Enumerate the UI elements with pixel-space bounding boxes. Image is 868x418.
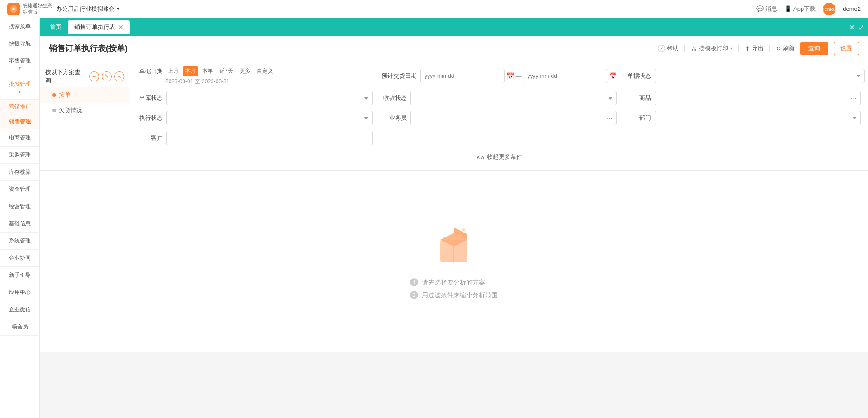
collapse-up-icon: ∧∧ xyxy=(476,154,485,161)
sidebar-item-operation[interactable]: 经营管理 xyxy=(0,198,39,215)
hint-num-2: 2 xyxy=(410,291,418,299)
main-filter-panel: 单据日期 上月 本月 本年 近7天 更多 自定义 xyxy=(130,61,868,170)
top-bar-left: 畅捷通好生意 标准版 办公用品行业模拟账套 ▾ xyxy=(7,3,120,15)
app-download-icon: 📱 xyxy=(784,5,792,12)
customer-input[interactable]: ··· xyxy=(166,131,373,145)
top-bar-right: 💬 消息 📱 App下载 demo2 demo2 xyxy=(756,3,861,15)
retail-toggle-icon: ▾ xyxy=(19,66,21,71)
sidebar-item-marketing[interactable]: 营销推广 xyxy=(0,100,39,114)
receipt-label: 收款状态 xyxy=(382,94,407,102)
exec-label: 执行状态 xyxy=(137,114,163,122)
sidebar-item-inventory[interactable]: 库存核算 xyxy=(0,164,39,181)
filter-exec: 执行状态 xyxy=(137,111,373,125)
filter-salesperson: 业务员 ··· xyxy=(382,111,617,125)
empty-state: 1 请先选择要分析的方案 2 用过滤条件来缩小分析范围 xyxy=(40,171,868,352)
customer-label: 客户 xyxy=(137,134,163,142)
sidebar-item-purchase[interactable]: 采购管理 xyxy=(0,147,39,164)
date-tab-more[interactable]: 更多 xyxy=(237,66,253,76)
divider2: | xyxy=(738,44,740,52)
date-tab-this-month[interactable]: 本月 xyxy=(183,66,198,76)
settings-btn[interactable]: 设置 xyxy=(834,42,859,55)
status-select[interactable] xyxy=(655,69,865,83)
filter-area: 按以下方案查询 + ✎ « 按单 xyxy=(40,61,868,171)
wholesale-submenu: 营销推广 销售管理 xyxy=(0,100,39,129)
export-icon: ⬆ xyxy=(745,45,750,52)
filter-customer: 客户 ··· xyxy=(137,131,373,145)
refresh-btn[interactable]: ↺ 刷新 xyxy=(776,44,795,52)
sidebar-item-wechat[interactable]: 企业微信 xyxy=(0,301,39,318)
scheme-dot-active xyxy=(52,93,56,97)
filter-row-3: 执行状态 业务员 ··· 部门 xyxy=(137,111,861,125)
query-btn[interactable]: 查询 xyxy=(800,42,828,55)
date-tab-custom[interactable]: 自定义 xyxy=(255,66,275,76)
quick-nav-label: 快捷导航 xyxy=(2,40,38,48)
export-btn[interactable]: ⬆ 导出 xyxy=(745,44,764,52)
scheme-edit-btn[interactable]: ✎ xyxy=(102,71,112,81)
date-tab-this-year[interactable]: 本年 xyxy=(200,66,215,76)
outbound-select[interactable] xyxy=(166,91,373,105)
collapse-btn[interactable]: ∧∧ 收起更多条件 xyxy=(476,153,522,161)
sidebar-item-appcenter[interactable]: 应用中心 xyxy=(0,284,39,301)
divider3: | xyxy=(769,44,771,52)
scheme-edit-icon: ✎ xyxy=(104,73,109,80)
predict-date-start[interactable] xyxy=(420,69,505,83)
filter-receipt: 收款状态 xyxy=(382,91,617,105)
help-btn[interactable]: ? 帮助 xyxy=(658,44,679,52)
sidebar-item-sales-mgmt[interactable]: 销售管理 xyxy=(0,114,39,129)
app-download-btn[interactable]: 📱 App下载 xyxy=(784,5,816,13)
predict-date-label: 预计交货日期 xyxy=(382,72,417,80)
predict-date-icon-end: 📅 xyxy=(609,72,617,80)
wholesale-toggle-icon: ▴ xyxy=(19,89,21,94)
scheme-item-owe-goods[interactable]: 欠货情况 xyxy=(40,103,130,118)
exec-select[interactable] xyxy=(166,111,373,125)
tab-bar: 首页 销售订单执行表 ✕ ✕ ⤢ xyxy=(40,18,868,36)
date-tabs: 上月 本月 本年 近7天 更多 自定义 xyxy=(165,66,275,76)
avatar[interactable]: demo2 xyxy=(823,3,835,15)
scheme-item-by-order[interactable]: 按单 xyxy=(40,87,130,103)
tab-sales-exec[interactable]: 销售订单执行表 ✕ xyxy=(68,20,130,34)
sidebar-item-ecommerce[interactable]: 电商管理 xyxy=(0,129,39,147)
filter-status: 单据状态 ▾ xyxy=(626,66,861,86)
tab-sales-exec-label: 销售订单执行表 xyxy=(74,23,115,31)
dept-select[interactable] xyxy=(655,111,861,125)
content-area: 首页 销售订单执行表 ✕ ✕ ⤢ 销售订单执行表(按单) ? 帮助 xyxy=(40,18,868,418)
tab-close-icon[interactable]: ✕ xyxy=(118,24,123,31)
filter-row-1: 单据日期 上月 本月 本年 近7天 更多 自定义 xyxy=(137,66,861,86)
sidebar-item-member[interactable]: 畅会员 xyxy=(0,318,39,336)
svg-point-4 xyxy=(462,228,465,231)
status-select-wrap xyxy=(655,69,865,83)
chevron-down-icon: ▾ xyxy=(117,5,120,12)
tab-home[interactable]: 首页 xyxy=(43,20,68,34)
date-tab-last-month[interactable]: 上月 xyxy=(165,66,181,76)
sidebar-item-enterprise[interactable]: 企业协同 xyxy=(0,250,39,267)
sidebar: 搜索菜单 快捷导航 零售管理 ▾ 批发管理 ▴ 营销推广 销售管理 电商管理 采… xyxy=(0,18,40,418)
predict-date-icon-start: 📅 xyxy=(506,72,514,80)
sidebar-item-quick-nav[interactable]: 快捷导航 xyxy=(0,35,39,52)
goods-input[interactable]: ··· xyxy=(655,91,861,105)
tab-close-all-btn[interactable]: ✕ xyxy=(849,23,855,32)
sidebar-item-basic[interactable]: 基础信息 xyxy=(0,215,39,233)
sidebar-item-newbie[interactable]: 新手引导 xyxy=(0,267,39,284)
receipt-select[interactable] xyxy=(410,91,617,105)
empty-hints: 1 请先选择要分析的方案 2 用过滤条件来缩小分析范围 xyxy=(410,276,498,301)
search-menu-label: 搜索菜单 xyxy=(2,23,38,30)
scheme-dot-gray xyxy=(52,109,56,112)
date-tab-7days[interactable]: 近7天 xyxy=(217,66,236,76)
app-selector[interactable]: 办公用品行业模拟账套 ▾ xyxy=(56,5,120,13)
scheme-add-btn[interactable]: + xyxy=(89,71,99,81)
sidebar-item-wholesale[interactable]: 批发管理 ▴ xyxy=(0,76,39,100)
salesperson-input[interactable]: ··· xyxy=(410,111,617,125)
predict-date-end[interactable] xyxy=(524,69,608,83)
empty-icon xyxy=(431,222,476,267)
sidebar-item-system[interactable]: 系统管理 xyxy=(0,233,39,250)
sidebar-item-search-menu[interactable]: 搜索菜单 xyxy=(0,18,39,35)
tab-expand-btn[interactable]: ⤢ xyxy=(859,23,864,32)
dept-label: 部门 xyxy=(626,114,651,122)
page-header: 销售订单执行表(按单) ? 帮助 | 🖨 按模板打印 ▾ | ⬆ xyxy=(40,36,868,61)
sidebar-item-retail[interactable]: 零售管理 ▾ xyxy=(0,52,39,76)
collapse-bar[interactable]: ∧∧ 收起更多条件 xyxy=(137,149,861,165)
sidebar-item-fund[interactable]: 资金管理 xyxy=(0,181,39,198)
scheme-collapse-btn[interactable]: « xyxy=(114,71,124,81)
print-btn[interactable]: 🖨 按模板打印 ▾ xyxy=(691,44,732,52)
message-btn[interactable]: 💬 消息 xyxy=(756,5,777,13)
